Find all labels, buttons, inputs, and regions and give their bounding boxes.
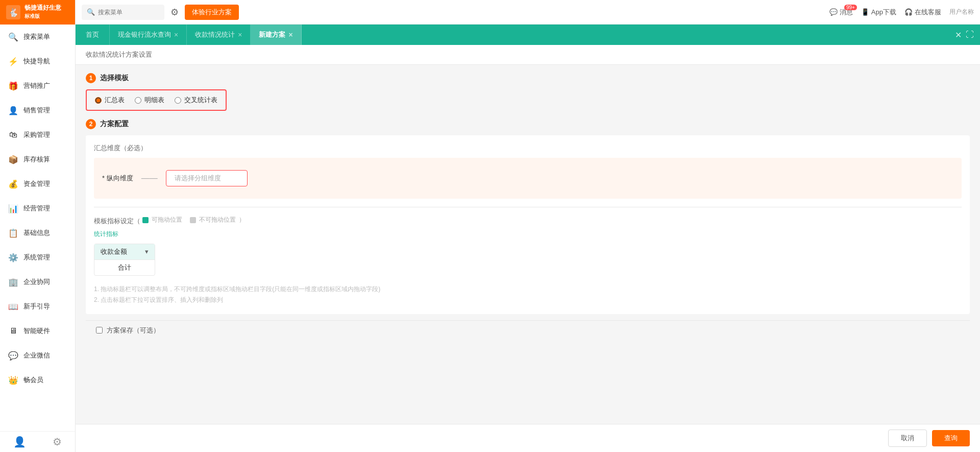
section1-title: 选择模板: [100, 74, 129, 83]
trial-button[interactable]: 体验行业方案: [185, 5, 239, 20]
save-plan-label[interactable]: 方案保存（可选）: [107, 326, 160, 335]
member-icon: 👑: [8, 375, 18, 385]
newbie-icon: 📖: [8, 302, 18, 312]
metrics-label: 模板指标设定（ 可拖动位置 不可拖动位置 ）: [94, 216, 962, 226]
tabbar-controls: ✕ ⛶: [955, 30, 980, 40]
app-download-label: App下载: [871, 8, 896, 17]
sidebar-item-search[interactable]: 🔍 搜索菜单: [0, 25, 75, 49]
tab-cashflow[interactable]: 现金银行流水查询 ×: [110, 25, 187, 45]
config-section: 汇总维度（必选） * 纵向维度 —— 请选择分组维度 模板指标设定（: [86, 135, 970, 314]
tip-line1: 1. 拖动标题栏可以调整布局，不可跨维度或指标区域拖动栏目字段(只能在同一维度或…: [94, 284, 962, 295]
sidebar: 🐇 畅捷通好生意 标准版 🔍 搜索菜单 ⚡ 快捷导航 🎁 营销推广 👤 销售管理…: [0, 0, 76, 452]
stats-table: 收款金额 ▾ 合计: [94, 244, 155, 276]
system-icon: ⚙️: [8, 253, 18, 263]
radio-cross-input[interactable]: [175, 97, 181, 104]
sidebar-item-collab[interactable]: 🏢 企业协同: [0, 270, 75, 294]
app-download-button[interactable]: 📱 App下载: [861, 8, 896, 17]
sidebar-item-quicknav[interactable]: ⚡ 快捷导航: [0, 49, 75, 74]
marketing-icon: 🎁: [8, 81, 18, 91]
radio-detail[interactable]: 明细表: [135, 96, 164, 105]
topbar-search-icon: 🔍: [87, 8, 95, 16]
sidebar-footer-settings[interactable]: ⚙: [53, 436, 62, 448]
settings-icon: ⚙: [53, 436, 62, 448]
draggable-hint: 可拖动位置 不可拖动位置 ）: [142, 216, 245, 224]
quicknav-icon: ⚡: [8, 57, 18, 66]
tab-new-plan-label: 新建方案: [259, 30, 285, 39]
radio-cross[interactable]: 交叉统计表: [175, 96, 217, 105]
tip-section: 1. 拖动标题栏可以调整布局，不可跨维度或指标区域拖动栏目字段(只能在同一维度或…: [94, 284, 962, 306]
search-box[interactable]: 🔍: [82, 5, 164, 20]
cancel-button[interactable]: 取消: [888, 430, 927, 447]
sidebar-item-basic[interactable]: 📋 基础信息: [0, 221, 75, 245]
topbar-right: 💬 消息 99+ 📱 App下载 🎧 在线客服 用户名称: [829, 8, 974, 17]
tab-payment-stats-close[interactable]: ×: [238, 31, 242, 39]
section2-header: 2 方案配置: [86, 119, 970, 129]
sidebar-item-member[interactable]: 👑 畅会员: [0, 368, 75, 392]
basic-icon: 📋: [8, 228, 18, 238]
dimension-placeholder[interactable]: 请选择分组维度: [166, 170, 248, 186]
online-service-button[interactable]: 🎧 在线客服: [904, 8, 941, 17]
collab-icon: 🏢: [8, 277, 18, 287]
sidebar-item-operations[interactable]: 📊 经营管理: [0, 196, 75, 221]
radio-detail-input[interactable]: [135, 97, 141, 104]
page-body: 1 选择模板 汇总表 明细表 交叉统计表: [76, 65, 980, 424]
sidebar-item-wechat[interactable]: 💬 企业微信: [0, 343, 75, 368]
download-icon: 📱: [861, 8, 869, 16]
tip-line2: 2. 点击标题栏下拉可设置排序、插入列和删除列: [94, 295, 962, 306]
sidebar-item-sales[interactable]: 👤 销售管理: [0, 98, 75, 123]
content-area: 收款情况统计方案设置 1 选择模板 汇总表 明细表: [76, 45, 980, 452]
fixed-dot: [190, 217, 196, 223]
sidebar-footer-user[interactable]: 👤: [13, 436, 26, 448]
stats-table-total-cell: 合计: [94, 260, 155, 275]
sidebar-item-inventory[interactable]: 📦 库存核算: [0, 147, 75, 172]
query-button[interactable]: 查询: [932, 430, 970, 446]
section2-number: 2: [86, 119, 96, 129]
bottom-actions: 取消 查询: [76, 424, 980, 452]
notification-button[interactable]: 💬 消息 99+: [829, 8, 853, 17]
vertical-dim-label: * 纵向维度: [102, 174, 133, 183]
search-icon: 🔍: [8, 32, 18, 42]
chevron-down-icon[interactable]: ▾: [145, 248, 149, 255]
tab-cashflow-close[interactable]: ×: [174, 31, 178, 39]
tab-home[interactable]: 首页: [76, 25, 110, 45]
logo-text: 畅捷通好生意 标准版: [24, 4, 61, 20]
section1-number: 1: [86, 73, 96, 83]
topbar: 🔍 ⚙ 体验行业方案 💬 消息 99+ 📱 App下载 🎧 在线客服 用户名称: [76, 0, 980, 25]
purchase-icon: 🛍: [8, 130, 18, 139]
tab-expand-icon[interactable]: ⛶: [966, 30, 974, 39]
sidebar-item-finance[interactable]: 💰 资金管理: [0, 172, 75, 196]
tab-payment-stats[interactable]: 收款情况统计 ×: [187, 25, 251, 45]
metrics-section: 模板指标设定（ 可拖动位置 不可拖动位置 ） 统计指标: [94, 216, 962, 276]
sidebar-badge: 标准版: [24, 12, 61, 20]
sidebar-item-purchase[interactable]: 🛍 采购管理: [0, 123, 75, 147]
user-info[interactable]: 用户名称: [949, 8, 974, 16]
gear-icon[interactable]: ⚙: [168, 5, 181, 20]
radio-summary[interactable]: 汇总表: [95, 96, 125, 105]
online-service-label: 在线客服: [915, 8, 941, 17]
template-selector: 汇总表 明细表 交叉统计表: [86, 89, 970, 111]
dimension-label: 汇总维度（必选）: [94, 144, 962, 153]
service-icon: 🎧: [904, 8, 913, 16]
radio-summary-input[interactable]: [95, 97, 102, 104]
notification-badge: 99+: [844, 5, 857, 10]
inventory-icon: 📦: [8, 155, 18, 164]
sidebar-item-marketing[interactable]: 🎁 营销推广: [0, 74, 75, 98]
sidebar-item-hardware[interactable]: 🖥 智能硬件: [0, 319, 75, 343]
tab-close-icon[interactable]: ✕: [955, 30, 962, 40]
tabbar: 首页 现金银行流水查询 × 收款情况统计 × 新建方案 × ✕ ⛶: [76, 25, 980, 45]
main-area: 🔍 ⚙ 体验行业方案 💬 消息 99+ 📱 App下载 🎧 在线客服 用户名称 …: [76, 0, 980, 452]
section2-title: 方案配置: [100, 120, 129, 129]
sidebar-item-newbie[interactable]: 📖 新手引导: [0, 294, 75, 319]
sidebar-footer: 👤 ⚙: [0, 431, 75, 452]
sales-icon: 👤: [8, 106, 18, 115]
operations-icon: 📊: [8, 204, 18, 213]
dimension-arrow-icon: ——: [141, 174, 158, 183]
notification-icon: 💬: [829, 8, 838, 16]
dimension-area: * 纵向维度 —— 请选择分组维度: [94, 158, 962, 199]
stats-table-header[interactable]: 收款金额 ▾: [94, 244, 155, 260]
save-plan-checkbox[interactable]: [96, 327, 103, 334]
search-input[interactable]: [98, 9, 159, 16]
tab-new-plan[interactable]: 新建方案 ×: [251, 25, 301, 45]
sidebar-item-system[interactable]: ⚙️ 系统管理: [0, 245, 75, 270]
tab-new-plan-close[interactable]: ×: [288, 31, 292, 39]
